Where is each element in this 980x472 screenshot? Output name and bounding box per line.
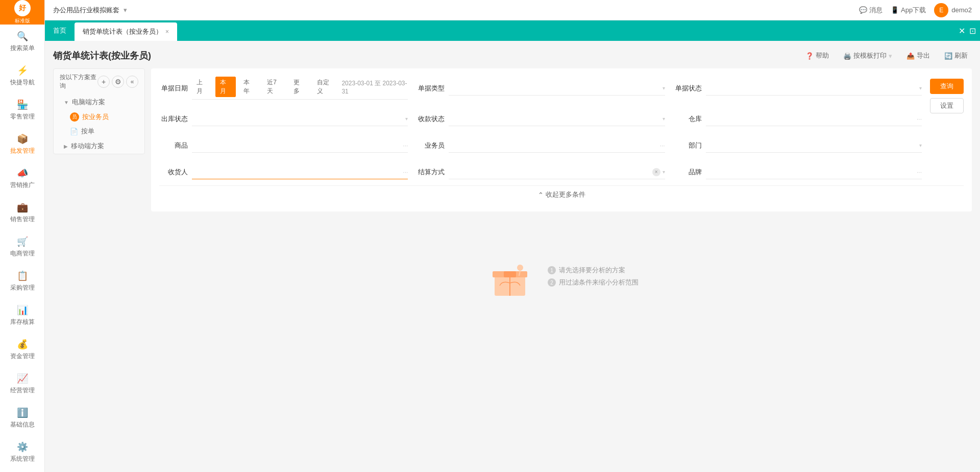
message-action[interactable]: 💬 消息 — [859, 6, 883, 15]
sidebar-item-retail[interactable]: 🏪 零售管理 — [0, 93, 45, 127]
print-icon: 🖨️ — [843, 52, 851, 60]
svg-rect-2 — [504, 271, 516, 277]
salesman-input[interactable]: ··· — [449, 138, 665, 153]
maximize-window-icon[interactable]: ⊡ — [969, 26, 976, 36]
filter-settlement-item: 结算方式 × ▾ — [416, 165, 665, 179]
scheme-salesman-label: 按业务员 — [82, 112, 109, 122]
goods-input[interactable]: ··· — [192, 138, 408, 153]
step2-num: 2 — [548, 278, 556, 287]
right-panel: 单据日期 上月 本月 本年 近7天 更多 自定义 2023-03-01 至 20… — [151, 68, 972, 344]
settlement-input[interactable]: × ▾ — [449, 165, 665, 179]
receiver-input[interactable]: ··· — [192, 165, 408, 179]
add-scheme-btn[interactable]: + — [97, 76, 110, 88]
empty-illustration — [484, 252, 535, 303]
department-input[interactable]: ▾ — [706, 138, 922, 153]
collapse-scheme-btn[interactable]: « — [126, 76, 138, 88]
print-button[interactable]: 🖨️ 按模板打印 ▾ — [839, 49, 896, 62]
tab-close-icon[interactable]: × — [165, 28, 169, 35]
wholesale-icon: 📦 — [17, 133, 28, 145]
scheme-item-salesman[interactable]: 员 按业务员 — [54, 110, 144, 124]
sidebar-item-label: 采购管理 — [10, 284, 35, 292]
date-this-month-btn[interactable]: 本月 — [215, 77, 236, 97]
sidebar-item-system[interactable]: ⚙️ 系统管理 — [0, 435, 45, 469]
empty-box-svg — [484, 252, 535, 303]
sidebar-item-finance[interactable]: 💰 资金管理 — [0, 333, 45, 367]
brand-dots-icon: ··· — [917, 169, 922, 176]
type-input[interactable]: ▾ — [449, 81, 665, 96]
filter-fields: 单据日期 上月 本月 本年 近7天 更多 自定义 2023-03-01 至 20… — [159, 77, 922, 185]
search-icon: 🔍 — [17, 31, 28, 42]
brand-input[interactable]: ··· — [706, 165, 922, 179]
svg-point-4 — [517, 265, 523, 271]
status-label: 单据状态 — [673, 84, 702, 93]
query-button[interactable]: 查询 — [930, 79, 964, 94]
scheme-section-mobile-label: 移动端方案 — [71, 141, 104, 151]
sidebar-item-operation[interactable]: 📈 经营管理 — [0, 367, 45, 401]
refresh-button[interactable]: 🔄 刷新 — [940, 49, 972, 62]
filter-paystatus-item: 收款状态 ▾ — [416, 112, 665, 126]
breadcrumb-dropdown-icon[interactable]: ▾ — [124, 6, 127, 14]
sidebar-item-search[interactable]: 🔍 搜索菜单 — [0, 25, 45, 59]
sidebar-item-sales[interactable]: 💼 销售管理 — [0, 196, 45, 230]
out-status-dropdown-icon: ▾ — [405, 116, 408, 122]
scheme-section-mobile[interactable]: ▶ 移动端方案 — [54, 138, 144, 154]
scheme-controls: + ⚙ « — [97, 76, 138, 88]
filter-row-date: 单据日期 上月 本月 本年 近7天 更多 自定义 2023-03-01 至 20… — [159, 77, 922, 100]
message-label: 消息 — [869, 6, 883, 15]
refresh-label: 刷新 — [954, 51, 968, 60]
filter-row-2: 出库状态 ▾ 收款状态 — [159, 112, 922, 126]
warehouse-input[interactable]: ··· — [706, 112, 922, 126]
filter-date-item: 单据日期 上月 本月 本年 近7天 更多 自定义 2023-03-01 至 20… — [159, 77, 408, 100]
status-input[interactable]: ▾ — [706, 81, 922, 96]
scheme-tree: 按以下方案查询 + ⚙ « ▼ 电脑端方案 员 按业务员 — [53, 68, 145, 154]
date-this-year-btn[interactable]: 本年 — [239, 77, 259, 97]
sales-icon: 💼 — [17, 202, 28, 213]
date-custom-btn[interactable]: 自定义 — [312, 77, 338, 97]
out-status-input[interactable]: ▾ — [192, 112, 408, 126]
filter-row-3: 商品 ··· 业务员 — [159, 138, 922, 153]
pay-status-input[interactable]: ▾ — [449, 112, 665, 126]
filter-department-item: 部门 ▾ — [673, 138, 922, 153]
top-header: 办公用品行业模拟账套 ▾ 💬 消息 📱 App下载 E demo2 — [45, 0, 980, 20]
app-download-action[interactable]: 📱 App下载 — [891, 6, 926, 15]
sidebar-item-coop[interactable]: 🤝 企业协同 — [0, 469, 45, 472]
collapse-label: 收起更多条件 — [546, 190, 585, 199]
sidebar-item-ecommerce[interactable]: 🛒 电商管理 — [0, 230, 45, 264]
settings-button[interactable]: 设置 — [930, 98, 964, 113]
sidebar-item-wholesale[interactable]: 📦 批发管理 — [0, 127, 45, 161]
settlement-label: 结算方式 — [416, 168, 445, 177]
edit-scheme-btn[interactable]: ⚙ — [112, 76, 124, 88]
close-window-icon[interactable]: ✕ — [959, 26, 965, 36]
sidebar-item-quick[interactable]: ⚡ 快捷导航 — [0, 59, 45, 93]
chevron-right-icon: ▶ — [64, 144, 68, 149]
collapse-more-btn[interactable]: ⌃ 收起更多条件 — [159, 185, 964, 203]
date-last7-btn[interactable]: 近7天 — [262, 77, 286, 97]
date-more-btn[interactable]: 更多 — [289, 77, 309, 97]
scheme-section-pc[interactable]: ▼ 电脑端方案 — [54, 95, 144, 110]
app-logo[interactable]: 好 标准版 — [0, 0, 45, 25]
download-icon: 📱 — [891, 6, 899, 14]
export-button[interactable]: 📤 导出 — [902, 49, 934, 62]
page-title-bar: 销货单统计表(按业务员) ❓ 帮助 🖨️ 按模板打印 ▾ 📤 导出 🔄 刷 — [53, 49, 972, 62]
query-buttons: 查询 设置 — [922, 77, 964, 113]
tab-active[interactable]: 销货单统计表（按业务员） × — [75, 22, 177, 41]
user-action[interactable]: E demo2 — [934, 3, 972, 17]
inventory-icon: 📊 — [17, 304, 28, 316]
finance-icon: 💰 — [17, 339, 28, 350]
sidebar-item-basic[interactable]: ℹ️ 基础信息 — [0, 401, 45, 435]
refresh-icon: 🔄 — [944, 52, 952, 60]
date-last-month-btn[interactable]: 上月 — [192, 77, 212, 97]
tab-home[interactable]: 首页 — [45, 20, 75, 41]
sidebar-item-purchase[interactable]: 📋 采购管理 — [0, 264, 45, 298]
left-panel: 按以下方案查询 + ⚙ « ▼ 电脑端方案 员 按业务员 — [53, 68, 145, 344]
ecommerce-icon: 🛒 — [17, 236, 28, 247]
filter-goods-item: 商品 ··· — [159, 138, 408, 153]
tab-home-label: 首页 — [53, 26, 66, 35]
warehouse-dots-icon: ··· — [917, 115, 922, 123]
help-button[interactable]: ❓ 帮助 — [801, 49, 833, 62]
sidebar-item-marketing[interactable]: 📣 营销推广 — [0, 161, 45, 196]
scheme-item-order[interactable]: 📄 按单 — [54, 124, 144, 138]
sidebar-item-inventory[interactable]: 📊 库存核算 — [0, 298, 45, 333]
settlement-clear-btn[interactable]: × — [652, 168, 660, 176]
scheme-salesman-icon: 员 — [70, 112, 79, 122]
